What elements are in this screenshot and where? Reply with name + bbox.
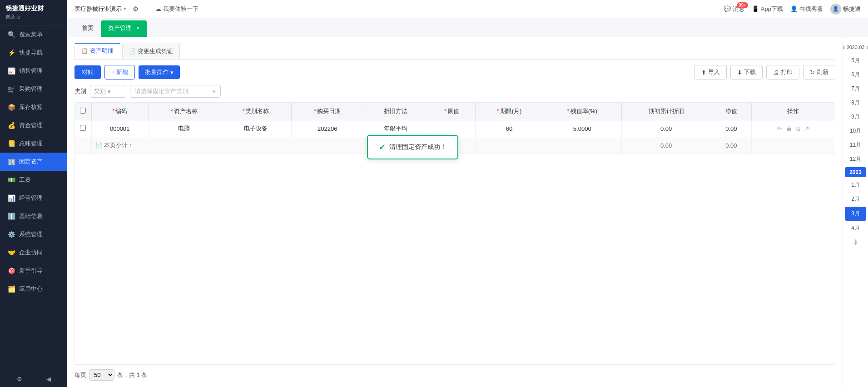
tabbar: 首页 资产管理 ×: [67, 18, 868, 37]
settings-gear-icon[interactable]: ⚙: [133, 5, 139, 13]
sidebar-item-label: 采购管理: [19, 85, 43, 93]
sidebar-item-management[interactable]: 📊经营管理: [0, 189, 67, 207]
right-panel: ◀ 2023.03 ▶ 5月 6月 7月 8月 9月 10月 11月 12月 2…: [843, 37, 868, 387]
print-icon: 🖨: [773, 69, 779, 76]
more-icon[interactable]: ↗: [804, 125, 809, 133]
rp-month-10[interactable]: 10月: [843, 124, 868, 138]
message-badge: 99+: [737, 2, 748, 8]
print-button[interactable]: 🖨 打印: [766, 65, 799, 79]
duizhang-button[interactable]: 对账: [74, 65, 101, 79]
rp-nav-right[interactable]: ▶: [865, 43, 868, 52]
management-icon: 📊: [7, 194, 15, 202]
content-area: 📋 资产明细 📄 变更生成凭证 对账 + 新增 批量操作 ▾ ⬆: [67, 37, 868, 387]
rp-month-5[interactable]: 5月: [843, 54, 868, 68]
batch-chevron-icon: ▾: [170, 69, 174, 76]
app-download-btn[interactable]: 📱 App下载: [752, 5, 783, 13]
rp-month-12[interactable]: 12月: [843, 152, 868, 166]
delete-icon[interactable]: 🗑: [786, 125, 792, 133]
cell-initial-depreciation: 0.00: [621, 120, 711, 137]
sidebar-item-quick-nav[interactable]: ⚡快捷导航: [0, 44, 67, 62]
company-selector[interactable]: 医疗器械行业演示 ▾: [74, 5, 126, 13]
rp-month-4[interactable]: 4月: [843, 221, 868, 235]
sidebar-item-ledger[interactable]: 📒总账管理: [0, 134, 67, 153]
refresh-button[interactable]: ↻ 刷新: [803, 65, 835, 79]
import-button[interactable]: ⬆ 导入: [694, 65, 727, 79]
rp-down-icon[interactable]: ⬇: [853, 238, 858, 247]
rp-month-2[interactable]: 2月: [843, 192, 868, 206]
th-buy-date: *购买日期: [292, 103, 363, 120]
company-name: 医疗器械行业演示: [74, 5, 122, 13]
user-profile-btn[interactable]: 👤 畅捷通: [830, 4, 861, 15]
rp-month-6[interactable]: 6月: [843, 68, 868, 82]
th-net-value: 净值: [711, 103, 751, 120]
rp-month-11[interactable]: 11月: [843, 138, 868, 152]
subtotal-net: 0.00: [711, 137, 751, 154]
sidebar-item-system[interactable]: ⚙️系统管理: [0, 225, 67, 243]
refresh-icon: ↻: [810, 69, 815, 76]
sidebar-item-guide[interactable]: 🎯新手引导: [0, 262, 67, 280]
inventory-icon: 📦: [7, 104, 15, 111]
th-initial-depreciation: 期初累计折旧: [621, 103, 711, 120]
sidebar-item-label: 工资: [19, 176, 31, 184]
rp-month-1[interactable]: 1月: [843, 178, 868, 192]
change-voucher-icon: 📄: [129, 48, 136, 55]
filter-category-input[interactable]: 请选择固定资产类别 ▾: [130, 85, 221, 98]
content-main: 📋 资产明细 📄 变更生成凭证 对账 + 新增 批量操作 ▾ ⬆: [67, 37, 843, 387]
sidebar-item-label: 库存核算: [19, 103, 43, 111]
sidebar-item-app-center[interactable]: 🗂️应用中心: [0, 280, 67, 298]
th-operation: 操作: [751, 103, 835, 120]
sidebar-item-basic-info[interactable]: ℹ️基础信息: [0, 207, 67, 225]
topbar-right: 💬 消息 99+ 📱 App下载 👤 在线客服 👤 畅捷通: [724, 4, 861, 15]
rp-down-btn[interactable]: ⬇: [853, 238, 858, 247]
per-page-select[interactable]: 50 100: [89, 369, 114, 381]
rp-month-8[interactable]: 8月: [843, 96, 868, 110]
tab-asset-mgmt[interactable]: 资产管理 ×: [101, 20, 147, 37]
sidebar-item-purchase[interactable]: 🛒采购管理: [0, 80, 67, 98]
online-service-btn[interactable]: 👤 在线客服: [790, 5, 823, 13]
cell-original-value: [428, 120, 476, 137]
sidebar-item-search[interactable]: 🔍搜索菜单: [0, 25, 67, 44]
select-all-checkbox[interactable]: [80, 108, 86, 114]
filter-category-select[interactable]: 类别 ▾: [90, 85, 126, 98]
sidebar: 畅捷通好业财 普及版 🔍搜索菜单⚡快捷导航📈销售管理🛒采购管理📦库存核算💰资金管…: [0, 0, 67, 387]
new-button[interactable]: + 新增: [104, 65, 135, 79]
edit-icon[interactable]: ✏: [777, 125, 782, 133]
sidebar-item-label: 应用中心: [19, 285, 43, 293]
rp-year-label: 2023.03: [847, 45, 865, 50]
rp-nav-left[interactable]: ◀: [843, 43, 846, 52]
sidebar-item-sales[interactable]: 📈销售管理: [0, 62, 67, 80]
rp-month-7[interactable]: 7月: [843, 82, 868, 96]
download-button[interactable]: ⬇ 下载: [730, 65, 763, 79]
sidebar-item-fixed-assets[interactable]: 🏢固定资产: [0, 153, 67, 171]
rp-header: ◀ 2023.03 ▶: [843, 41, 868, 52]
filter-bar: 类别 类别 ▾ 请选择固定资产类别 ▾: [74, 85, 835, 98]
th-name: *资产名称: [148, 103, 220, 120]
sidebar-item-inventory[interactable]: 📦库存核算: [0, 98, 67, 116]
select-all-header[interactable]: [75, 103, 91, 120]
table-header-row: *编码 *资产名称 *类别名称 *购买日期 折旧方法 *原值 *期限(月) *残…: [75, 103, 835, 120]
rp-month-3[interactable]: 3月: [845, 207, 866, 221]
sub-tabs: 📋 资产明细 📄 变更生成凭证: [74, 43, 835, 60]
tab-close-icon[interactable]: ×: [136, 25, 139, 31]
sub-tab-change-voucher[interactable]: 📄 变更生成凭证: [122, 43, 180, 59]
row-checkbox-cell[interactable]: [75, 120, 91, 137]
rp-month-9[interactable]: 9月: [843, 110, 868, 124]
sidebar-item-salary[interactable]: 💵工资: [0, 171, 67, 189]
cell-buy-date: 202206: [292, 120, 363, 137]
tab-home[interactable]: 首页: [74, 20, 101, 37]
collapse-icon[interactable]: ◀: [46, 376, 51, 382]
copy-icon[interactable]: ⧉: [796, 125, 800, 133]
row-checkbox[interactable]: [80, 125, 86, 131]
purchase-icon: 🛒: [7, 85, 15, 93]
th-original-value: *原值: [428, 103, 476, 120]
experience-btn[interactable]: ☁ 我要体验一下: [155, 5, 198, 13]
sidebar-item-capital[interactable]: 💰资金管理: [0, 116, 67, 134]
search-icon: 🔍: [7, 31, 15, 38]
sub-tab-asset-detail[interactable]: 📋 资产明细: [74, 43, 120, 59]
settings-icon[interactable]: ⚙: [17, 376, 22, 382]
capital-icon: 💰: [7, 122, 15, 129]
rp-year-2023[interactable]: 2023: [845, 167, 866, 177]
messages-btn[interactable]: 💬 消息 99+: [724, 5, 744, 13]
batch-button[interactable]: 批量操作 ▾: [139, 65, 180, 79]
sidebar-item-cooperation[interactable]: 🤝企业协同: [0, 243, 67, 262]
